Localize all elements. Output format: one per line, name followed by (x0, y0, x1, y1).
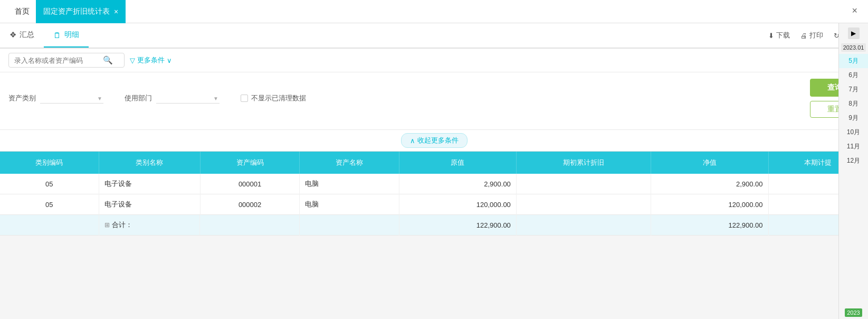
total-empty-3 (300, 215, 399, 236)
asset-category-select[interactable] (40, 93, 103, 104)
table-header: 类别编码 类别名称 资产编码 资产名称 原值 期初累计折旧 净值 本期计提 (0, 152, 868, 174)
cell-net-value-1: 2,900.00 (651, 174, 768, 194)
total-original-value: 122,900.00 (399, 215, 516, 236)
cell-net-value-2: 120,000.00 (651, 194, 768, 215)
active-tab[interactable]: 固定资产折旧统计表 × (36, 0, 126, 23)
more-filter-label: 更多条件 (137, 55, 165, 65)
cell-original-value-2: 120,000.00 (399, 194, 516, 215)
date-label[interactable]: 2023.01 (841, 43, 866, 52)
month-6[interactable]: 6月 (839, 68, 868, 82)
print-icon: 🖨 (800, 32, 807, 40)
search-input-wrap: 🔍 (8, 53, 125, 68)
total-empty-2 (200, 215, 299, 236)
hide-cleared-label: 不显示已清理数据 (251, 93, 306, 103)
total-accum-depreciation (516, 215, 651, 236)
month-9[interactable]: 9月 (839, 111, 868, 125)
total-label: 合计： (112, 220, 132, 230)
search-icon[interactable]: 🔍 (103, 55, 113, 65)
tab-title: 固定资产折旧统计表 (43, 7, 110, 16)
search-input[interactable] (14, 57, 99, 64)
asset-category-label: 资产类别 (8, 93, 36, 103)
use-dept-group: 使用部门 ▼ (125, 93, 220, 104)
window-close-icon[interactable]: × (852, 5, 857, 16)
home-link[interactable]: 首页 (8, 7, 36, 16)
hide-cleared-group: 不显示已清理数据 (241, 93, 306, 103)
filter-row: 资产类别 ▼ 使用部门 ▼ 不显示已清理数据 查询 重置 (8, 79, 860, 118)
cell-cat-code-2: 05 (0, 194, 99, 215)
more-filter-button[interactable]: ▽ 更多条件 ∨ (130, 55, 172, 65)
col-header-original-value: 原值 (399, 152, 516, 174)
use-dept-select-wrap: ▼ (156, 93, 220, 104)
collapse-bar: ∧ 收起更多条件 (0, 130, 868, 152)
print-button[interactable]: 🖨 打印 (800, 31, 823, 40)
cell-cat-code-1: 05 (0, 174, 99, 194)
col-header-cat-name: 类别名称 (99, 152, 200, 174)
total-row: ⊞ 合计： 122,900.00 122,900.00 (0, 215, 868, 236)
data-table: 类别编码 类别名称 资产编码 资产名称 原值 期初累计折旧 净值 本期计提 05… (0, 152, 868, 236)
total-icon: ⊞ (104, 221, 110, 229)
use-dept-select[interactable] (156, 93, 220, 104)
table-row: 05 电子设备 000002 电脑 120,000.00 120,000.00 (0, 194, 868, 215)
month-10[interactable]: 10月 (839, 125, 868, 139)
total-empty-1 (0, 215, 99, 236)
collapse-label: 收起更多条件 (417, 136, 459, 145)
cell-original-value-1: 2,900.00 (399, 174, 516, 194)
cell-accum-depreciation-2 (516, 194, 651, 215)
month-8[interactable]: 8月 (839, 97, 868, 111)
chevron-down-icon: ∨ (167, 57, 172, 64)
total-net-value: 122,900.00 (651, 215, 768, 236)
hide-cleared-checkbox[interactable] (241, 95, 248, 102)
download-label: 下载 (776, 31, 790, 40)
table-body: 05 电子设备 000001 电脑 2,900.00 2,900.00 05 电… (0, 174, 868, 236)
table-row: 05 电子设备 000001 电脑 2,900.00 2,900.00 (0, 174, 868, 194)
col-header-accum-depreciation: 期初累计折旧 (516, 152, 651, 174)
download-button[interactable]: ⬇ 下载 (768, 31, 790, 40)
collapse-up-icon: ∧ (410, 137, 415, 145)
year-badge[interactable]: 2023 (845, 308, 862, 317)
top-nav: 首页 固定资产折旧统计表 × × (0, 0, 868, 23)
use-dept-label: 使用部门 (125, 93, 152, 103)
col-header-net-value: 净值 (651, 152, 768, 174)
total-label-cell: ⊞ 合计： (99, 215, 201, 235)
col-header-asset-name: 资产名称 (300, 152, 399, 174)
data-table-wrap: 类别编码 类别名称 资产编码 资产名称 原值 期初累计折旧 净值 本期计提 05… (0, 152, 868, 236)
month-5[interactable]: 5月 (839, 54, 868, 68)
asset-category-group: 资产类别 ▼ (8, 93, 103, 104)
cell-asset-code-1: 000001 (200, 174, 299, 194)
tab-summary-label: 汇总 (20, 30, 34, 40)
month-11[interactable]: 11月 (839, 139, 868, 154)
side-nav-arrow-up[interactable]: ▶ (848, 27, 860, 39)
cell-cat-name-1: 电子设备 (99, 174, 200, 194)
col-header-cat-code: 类别编码 (0, 152, 99, 174)
asset-category-select-wrap: ▼ (40, 93, 103, 104)
cell-cat-name-2: 电子设备 (99, 194, 200, 215)
tab-toolbar-bar: ❖ 汇总 🗒 明细 ⬇ 下载 🖨 打印 ↻ 刷新 (0, 23, 868, 49)
side-panel: ▶ 2023.01 5月 6月 7月 8月 9月 10月 11月 12月 202… (838, 23, 868, 319)
tab-summary[interactable]: ❖ 汇总 (0, 23, 44, 48)
cell-accum-depreciation-1 (516, 174, 651, 194)
cell-asset-name-1: 电脑 (300, 174, 399, 194)
tab-detail-label: 明细 (64, 30, 79, 40)
tab-detail[interactable]: 🗒 明细 (44, 23, 89, 48)
search-bar: 🔍 ▽ 更多条件 ∨ ▶ 2023.01 5月 6月 7月 8月 9月 10月 … (0, 49, 868, 72)
collapse-button[interactable]: ∧ 收起更多条件 (401, 133, 468, 148)
summary-icon: ❖ (9, 30, 16, 40)
col-header-asset-code: 资产编码 (200, 152, 299, 174)
tab-close-icon[interactable]: × (114, 7, 118, 16)
detail-icon: 🗒 (53, 31, 61, 40)
cell-asset-name-2: 电脑 (300, 194, 399, 215)
filter-icon: ▽ (130, 57, 135, 64)
print-label: 打印 (809, 31, 823, 40)
download-icon: ⬇ (768, 32, 774, 40)
filter-section: 资产类别 ▼ 使用部门 ▼ 不显示已清理数据 查询 重置 (0, 72, 868, 130)
month-7[interactable]: 7月 (839, 82, 868, 97)
month-12[interactable]: 12月 (839, 154, 868, 168)
cell-asset-code-2: 000002 (200, 194, 299, 215)
